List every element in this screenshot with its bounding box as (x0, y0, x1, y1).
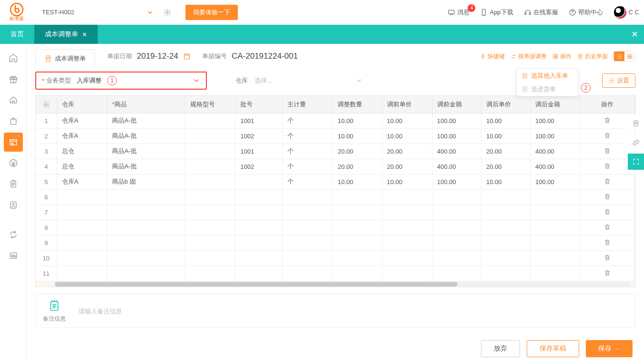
th-warehouse: 仓库 (57, 96, 107, 113)
th-op: 操作 (580, 96, 635, 113)
view-list-icon[interactable] (614, 52, 624, 61)
nav-new-icon[interactable] (4, 246, 23, 265)
biz-type-value: 入库调整 (77, 76, 102, 85)
action-shortcut[interactable]: 快捷键 (480, 52, 505, 61)
delete-row-icon[interactable] (603, 147, 611, 155)
brand-logo: 标准版 (5, 3, 29, 22)
biz-type-label: 业务类型 (46, 76, 71, 85)
side-nav (0, 44, 27, 362)
dropdown-other-inbound[interactable]: 选其他入库单 (517, 69, 578, 83)
doc-no-label: 单据编号 (202, 52, 227, 61)
th-gear[interactable] (36, 96, 57, 113)
required-marker: * (42, 77, 44, 84)
delete-row-icon[interactable] (603, 132, 611, 139)
table-row[interactable]: 11 (36, 266, 635, 281)
save-button[interactable]: 保存 (586, 340, 633, 357)
avatar (613, 6, 627, 19)
online-service-link[interactable]: 在线客服 (524, 8, 558, 17)
org-selector[interactable]: TEST-H002 (37, 5, 159, 20)
remark-label: 备注信息 (43, 315, 66, 323)
tab-active-label: 成本调整单 (45, 30, 78, 39)
doc-no-value: CA-20191224-001 (232, 52, 298, 61)
dropdown-purchase-bill: 选进货单 (517, 83, 578, 96)
delete-row-icon[interactable] (603, 254, 611, 261)
table-row[interactable]: 3总仓商品A-批1001个20.0020.00400.0020.00400.00 (36, 144, 635, 159)
delete-row-icon[interactable] (603, 162, 611, 170)
table-row[interactable]: 5仓库A商品b 固个10.0010.00100.0010.00100.00 (36, 174, 635, 189)
delete-row-icon[interactable] (603, 223, 611, 231)
nav-inventory-icon[interactable] (4, 133, 23, 152)
table-row[interactable]: 9 (36, 235, 635, 250)
rail-expand-icon[interactable] (628, 154, 644, 170)
save-draft-button[interactable]: 保存草稿 (527, 340, 579, 357)
biz-type-select[interactable]: * 业务类型 入库调整 1 (35, 72, 207, 90)
annotation-1: 1 (107, 76, 117, 85)
doc-type-label: 成本调整单 (55, 54, 86, 63)
settings-button[interactable]: 设置 (602, 73, 635, 88)
action-per-bill[interactable]: 按单据调整 (511, 52, 547, 61)
delete-row-icon[interactable] (603, 177, 611, 185)
doc-icon (44, 55, 52, 62)
table-row[interactable]: 4总仓商品A-批1002个20.0020.00400.0020.00400.00 (36, 159, 635, 174)
action-operate[interactable]: 操作 (552, 52, 572, 61)
delete-row-icon[interactable] (603, 116, 611, 124)
delete-row-icon[interactable] (603, 269, 611, 277)
logo-icon (10, 3, 23, 16)
nav-sale-icon[interactable] (4, 112, 23, 131)
th-spec: 规格型号 (185, 96, 235, 113)
remark-section: 备注信息 (35, 294, 635, 328)
table-row[interactable]: 1仓库A商品A-批1001个10.0010.00100.0010.00100.0… (36, 113, 635, 128)
headset-icon (524, 9, 532, 16)
tab-home[interactable]: 首页 (0, 25, 34, 44)
delete-row-icon[interactable] (603, 193, 611, 200)
calendar-icon[interactable] (183, 52, 191, 60)
th-pre-amount: 调前金额 (432, 96, 481, 113)
table-row[interactable]: 6 (36, 189, 635, 205)
remark-input[interactable] (73, 294, 635, 328)
save-label: 保存 (598, 344, 612, 353)
nav-finance-icon[interactable] (4, 154, 23, 173)
view-toggle (613, 51, 635, 62)
view-grid-icon[interactable] (624, 52, 635, 61)
table-row[interactable]: 2仓库A商品A-批1002个10.0010.00100.0010.00100.0… (36, 128, 635, 144)
warehouse-select[interactable]: 仓库 选择... (235, 76, 363, 85)
rail-link-icon[interactable] (628, 134, 644, 151)
nav-gift-icon[interactable] (4, 70, 23, 89)
note-icon (48, 300, 61, 312)
table-row[interactable]: 8 (36, 220, 635, 235)
messages-badge: 4 (468, 4, 475, 12)
rail-doc-icon[interactable] (628, 115, 644, 132)
delete-row-icon[interactable] (603, 208, 611, 216)
try-button[interactable]: 我要体验一下 (185, 5, 238, 20)
messages-link[interactable]: 消息 4 (448, 8, 470, 17)
th-qty: 调整数量 (333, 96, 382, 113)
help-icon (569, 9, 576, 16)
user-menu[interactable]: C C (613, 6, 639, 19)
settings-icon[interactable] (164, 9, 171, 16)
horizontal-scrollbar[interactable] (55, 282, 630, 287)
action-history[interactable]: 历史单据 (577, 52, 608, 61)
nav-home-icon[interactable] (4, 49, 23, 68)
doc-type-tab[interactable]: 成本调整单 (35, 49, 95, 68)
th-batch: 批号 (235, 96, 283, 113)
th-after-price: 调后单价 (481, 96, 530, 113)
close-icon[interactable]: ✕ (82, 31, 87, 38)
discard-button[interactable]: 放弃 (481, 340, 520, 357)
tabs-close-all[interactable]: ✕ (625, 25, 644, 44)
chevron-down-icon (193, 77, 200, 84)
nav-customer-icon[interactable] (4, 196, 23, 215)
nav-purchase-icon[interactable] (4, 91, 23, 110)
help-center-label: 帮助中心 (578, 8, 603, 17)
online-service-label: 在线客服 (533, 8, 558, 17)
tab-cost-adjust[interactable]: 成本调整单 ✕ (34, 25, 98, 44)
table-row[interactable]: 10 (36, 250, 635, 266)
table-row[interactable]: 7 (36, 205, 635, 220)
nav-sync-icon[interactable] (4, 225, 23, 244)
help-center-link[interactable]: 帮助中心 (569, 8, 603, 17)
app-download-link[interactable]: App下载 (480, 8, 513, 17)
delete-row-icon[interactable] (603, 238, 611, 246)
doc-date-value[interactable]: 2019-12-24 (137, 52, 178, 61)
nav-report-icon[interactable] (4, 175, 23, 194)
warehouse-label: 仓库 (235, 76, 248, 85)
th-product: *商品 (107, 96, 185, 113)
